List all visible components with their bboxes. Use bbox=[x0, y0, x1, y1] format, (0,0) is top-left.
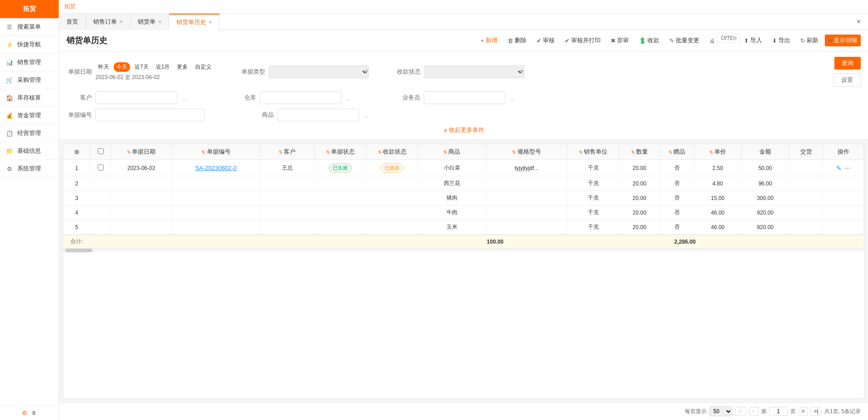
salesman-input[interactable] bbox=[424, 91, 506, 104]
pay-status-select[interactable] bbox=[424, 65, 524, 78]
sidebar-item-ops-mgmt[interactable]: 📋 经营管理 bbox=[0, 125, 59, 142]
row-unit: 千克 bbox=[567, 191, 619, 205]
tab-home-label: 首页 bbox=[66, 18, 78, 26]
tab-bar-end: × bbox=[853, 16, 868, 28]
row-more-btn[interactable]: ⋯ bbox=[844, 165, 851, 172]
row-edit-btn[interactable]: ✎ bbox=[836, 165, 842, 172]
tab-sales-history[interactable]: 销货单历史 × bbox=[169, 14, 220, 30]
tab-sales-order[interactable]: 销售订单 × bbox=[86, 14, 130, 30]
audit-print-button[interactable]: ✔ 审核并打印 bbox=[561, 35, 604, 46]
tab-sales-order-close[interactable]: × bbox=[120, 19, 123, 25]
collect-button[interactable]: 💲 收款 bbox=[635, 35, 663, 46]
ops-icon: 📋 bbox=[5, 129, 14, 137]
customer-col-header[interactable]: ⇅ 客户 bbox=[260, 144, 314, 160]
sidebar-item-purchase-mgmt[interactable]: 🛒 采购管理 bbox=[0, 71, 59, 89]
row-seq: 1 bbox=[63, 160, 90, 176]
goods-col-label: 商品 bbox=[448, 148, 460, 155]
goods-dots[interactable]: ... bbox=[364, 112, 369, 119]
page-size-select[interactable]: 50 100 200 bbox=[709, 406, 733, 416]
collapse-button[interactable]: ∧ 收起更多条件 bbox=[443, 126, 484, 134]
sidebar-settings-icon[interactable]: ⚙ bbox=[22, 410, 27, 416]
table-row: 2 西兰花 千克 20.00 否 4.80 96.00 bbox=[63, 176, 864, 191]
refresh-button[interactable]: ↻ 刷新 bbox=[797, 35, 822, 46]
select-all-checkbox[interactable] bbox=[98, 148, 104, 154]
sales-icon: 📊 bbox=[5, 58, 14, 66]
page-number-input[interactable] bbox=[769, 407, 788, 416]
scrollbar-thumb[interactable] bbox=[65, 249, 92, 252]
unit-price-col-header[interactable]: ⇅ 单价 bbox=[694, 144, 741, 160]
gift-col-header[interactable]: ⇅ 赠品 bbox=[660, 144, 694, 160]
sidebar-item-search-menu[interactable]: ☰ 搜索菜单 bbox=[0, 18, 59, 36]
window-close-btn[interactable]: × bbox=[853, 16, 864, 28]
salesman-dots[interactable]: ... bbox=[510, 95, 515, 101]
customer-dots[interactable]: ... bbox=[182, 95, 187, 101]
abandon-button[interactable]: ✖ 弃审 bbox=[607, 35, 632, 46]
doc-num-input[interactable] bbox=[95, 109, 205, 121]
pay-status-col-header[interactable]: ⇅ 收款状态 bbox=[366, 144, 418, 160]
row-goods: 小白菜 bbox=[418, 160, 486, 176]
row-checkbox[interactable] bbox=[98, 165, 104, 170]
set-button[interactable]: 设置 bbox=[833, 73, 861, 87]
sidebar-item-finance[interactable]: 💰 资金管理 bbox=[0, 107, 59, 125]
row-checkbox-cell[interactable] bbox=[90, 191, 111, 205]
show-detail-label: 显示明细 bbox=[833, 36, 857, 45]
query-button[interactable]: 查询 bbox=[834, 57, 861, 70]
sidebar-collapse-icon[interactable]: ⏸ bbox=[31, 410, 37, 416]
tab-sales-goods[interactable]: 销货单 × bbox=[130, 14, 169, 30]
sidebar-item-system-mgmt[interactable]: ⚙ 系统管理 bbox=[0, 160, 59, 178]
doc-status-col-header[interactable]: ⇅ 单据状态 bbox=[314, 144, 366, 160]
pay-status-label: 收款状态 bbox=[395, 68, 421, 76]
row-checkbox-cell[interactable] bbox=[90, 220, 111, 235]
export-button[interactable]: ⬇ 导出 bbox=[768, 35, 794, 46]
date-tab-today[interactable]: 今天 bbox=[114, 62, 130, 72]
date-tab-more[interactable]: 更多 bbox=[174, 62, 191, 72]
row-checkbox-cell[interactable] bbox=[90, 205, 111, 220]
row-checkbox-cell[interactable] bbox=[90, 160, 111, 176]
settings-gear-icon[interactable]: ⚙ bbox=[74, 149, 80, 155]
sidebar-item-inventory[interactable]: 🏠 库存核算 bbox=[0, 89, 59, 107]
inventory-icon: 🏠 bbox=[5, 94, 14, 102]
sidebar-item-basic-info[interactable]: 📁 基础信息 bbox=[0, 142, 59, 160]
delete-button[interactable]: 🗑 删除 bbox=[504, 35, 530, 46]
show-detail-button[interactable]: ≡ 显示明细 bbox=[825, 35, 861, 46]
import-button[interactable]: ⬆ 导入 bbox=[740, 35, 766, 46]
date-tab-1month[interactable]: 近1月 bbox=[153, 62, 173, 72]
tab-sales-history-close[interactable]: × bbox=[209, 19, 212, 25]
audit-button[interactable]: ✔ 审核 bbox=[533, 35, 558, 46]
spec-col-header[interactable]: ⇅ 规格型号 bbox=[486, 144, 567, 160]
sidebar-item-quick-nav[interactable]: ⚡ 快捷导航 bbox=[0, 36, 59, 54]
batch-change-button[interactable]: ✎ 批量变更 bbox=[666, 35, 703, 46]
customer-input[interactable] bbox=[95, 91, 177, 104]
checkbox-col-header[interactable] bbox=[90, 144, 111, 160]
last-page-btn[interactable]: >| bbox=[811, 407, 822, 416]
row-checkbox-cell[interactable] bbox=[90, 176, 111, 191]
sales-unit-col-header[interactable]: ⇅ 销售单位 bbox=[567, 144, 619, 160]
doc-num-col-header[interactable]: ⇅ 单据编号 bbox=[172, 144, 260, 160]
date-tab-7days[interactable]: 近7天 bbox=[132, 62, 151, 72]
prev-page-btn[interactable]: < bbox=[749, 407, 758, 416]
row-actions bbox=[823, 205, 864, 220]
next-page-btn[interactable]: > bbox=[798, 407, 808, 416]
date-tab-custom[interactable]: 自定义 bbox=[192, 62, 214, 72]
filter-date: 单据日期 昨天 今天 近7天 近1月 更多 自定义 2023-06-02 至 2… bbox=[66, 62, 214, 81]
new-button[interactable]: + 新增 bbox=[477, 35, 501, 46]
sidebar-item-sales-mgmt[interactable]: 📊 销售管理 bbox=[0, 54, 59, 71]
page-word: 第 bbox=[761, 408, 767, 415]
row-customer bbox=[260, 191, 314, 205]
doc-num-link[interactable]: SA-20230602-0 bbox=[195, 165, 236, 171]
tab-home[interactable]: 首页 bbox=[59, 14, 86, 30]
first-page-btn[interactable]: |< bbox=[735, 407, 746, 416]
row-pay-status bbox=[366, 176, 418, 191]
row-trade bbox=[789, 176, 823, 191]
warehouse-dots[interactable]: ... bbox=[346, 95, 351, 101]
qty-col-header[interactable]: ⇅ 数量 bbox=[619, 144, 660, 160]
goods-col-header[interactable]: ⇅ 商品 bbox=[418, 144, 486, 160]
tab-sales-goods-close[interactable]: × bbox=[158, 19, 161, 25]
settings-col-header[interactable]: ⚙ bbox=[63, 144, 90, 160]
doc-type-select[interactable] bbox=[269, 65, 369, 78]
doc-date-col-header[interactable]: ⇅ 单据日期 bbox=[110, 144, 171, 160]
goods-input[interactable] bbox=[277, 109, 359, 121]
warehouse-input[interactable] bbox=[260, 91, 341, 104]
pay-status-badge: 已收款 bbox=[381, 163, 404, 173]
date-tab-yesterday[interactable]: 昨天 bbox=[95, 62, 112, 72]
